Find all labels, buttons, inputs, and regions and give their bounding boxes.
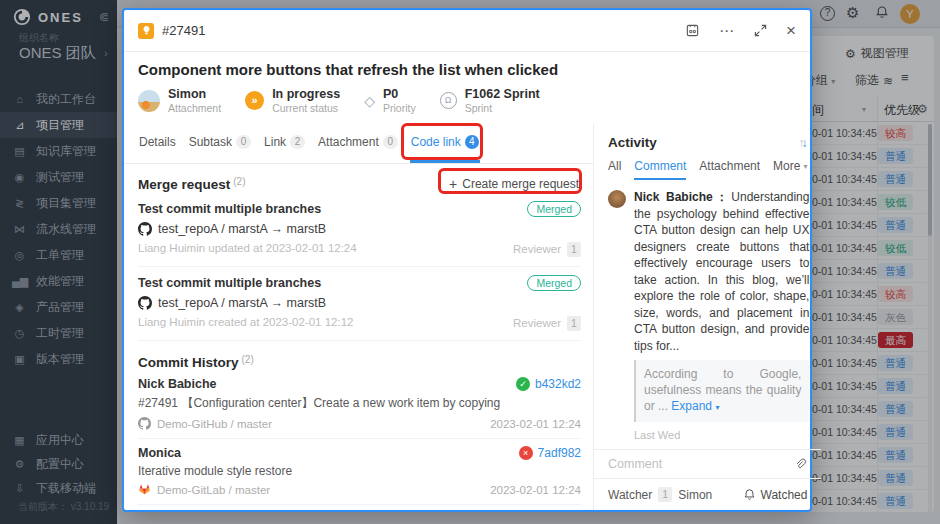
- avatar: [608, 190, 626, 208]
- watcher-name: Simon: [678, 488, 712, 502]
- sprint-field[interactable]: Ω F1062 SprintSprint: [440, 87, 540, 114]
- priority-label: Priority: [383, 102, 416, 114]
- comment-author: Nick Babiche：: [634, 190, 731, 204]
- priority-field[interactable]: ◇ P0Priority: [364, 87, 415, 114]
- tab-label: Details: [139, 135, 176, 149]
- code-link-pane: Details Subtask 0 Link 2 Attachmen: [124, 124, 594, 510]
- comment-input[interactable]: Comment: [594, 449, 821, 478]
- assignee-value: Simon: [168, 87, 221, 101]
- tab-label: Code link: [411, 135, 461, 149]
- activity-tab[interactable]: Comment: [634, 159, 686, 180]
- sprint-label: Sprint: [465, 102, 540, 114]
- status-field[interactable]: » In progressCurrent status: [245, 87, 340, 114]
- tab-count-badge: 0: [236, 135, 251, 149]
- expand-icon[interactable]: [754, 24, 767, 37]
- merge-request-count: (2): [233, 176, 245, 187]
- watcher-label: Watcher: [608, 488, 652, 502]
- tab-count-badge: 2: [290, 135, 305, 149]
- commit-message: Iterative module style restore: [138, 464, 581, 478]
- attachment-paperclip-icon[interactable]: [794, 458, 807, 471]
- commit-hash-link[interactable]: ×7adf982: [519, 446, 581, 460]
- commit-history-count: (2): [242, 354, 254, 365]
- watcher-count-badge: 1: [658, 487, 672, 502]
- status-value: In progress: [272, 87, 340, 101]
- activity-list: Nick Babiche：Understanding the psycholog…: [594, 180, 821, 449]
- work-item-tabs: Details Subtask 0 Link 2 Attachmen: [124, 124, 593, 164]
- commit-time: 2023-02-01 12:24: [490, 418, 581, 430]
- commit-history-section-title: Commit History(2): [138, 355, 254, 370]
- plus-icon: +: [449, 178, 457, 190]
- assignee-avatar: [138, 90, 160, 112]
- activity-comment: Nick Babiche：Understanding the psycholog…: [608, 189, 809, 444]
- watcher-bar: Watcher 1 Simon Watched: [594, 478, 821, 510]
- github-icon: [138, 296, 152, 310]
- merge-request-list: Test commit multiple branches Merged tes…: [138, 193, 581, 341]
- more-actions-icon[interactable]: ⋯: [719, 22, 735, 40]
- chevron-down-icon: ▾: [715, 403, 719, 412]
- merged-status-badge: Merged: [527, 275, 581, 291]
- commit-status-icon: ×: [519, 446, 533, 460]
- commit-message: #27491 【Configuration center】Create a ne…: [138, 395, 581, 412]
- comment-time: Last Wed: [634, 427, 809, 444]
- tab[interactable]: Attachment 0: [317, 124, 399, 163]
- tab[interactable]: Code link 4: [410, 124, 480, 163]
- sort-icon[interactable]: ↑↓: [798, 136, 807, 150]
- work-item-type-icon: [138, 23, 154, 39]
- merge-request-item[interactable]: Test commit multiple branches Merged tes…: [138, 267, 581, 341]
- activity-tabs: All Comment Attachment More▾: [594, 150, 821, 180]
- commit-time: 2023-02-01 12:24: [490, 484, 581, 496]
- commit-item[interactable]: Nick Babiche ✓b432kd2 #27491 【Configurat…: [138, 370, 581, 439]
- modal-header-actions: ⋯ ×: [685, 22, 796, 40]
- tab-label: Attachment: [318, 135, 379, 149]
- commit-list: Nick Babiche ✓b432kd2 #27491 【Configurat…: [138, 370, 581, 505]
- merge-request-title: Test commit multiple branches: [138, 276, 321, 290]
- status-label: Current status: [272, 102, 340, 114]
- merge-request-section-title: Merge request(2): [138, 177, 246, 192]
- activity-panel: Activity ↑↓ All Comment Attachment More▾: [594, 124, 821, 510]
- reviewer-info: Reviewer1: [513, 242, 581, 257]
- expand-link[interactable]: Expand: [671, 399, 712, 413]
- tab[interactable]: Link 2: [263, 124, 306, 163]
- modal-header: #27491 ⋯ ×: [124, 10, 810, 52]
- activity-tab[interactable]: All: [608, 159, 621, 180]
- merge-request-item[interactable]: Test commit multiple branches Merged tes…: [138, 193, 581, 267]
- create-merge-request-button[interactable]: +Create merge request: [447, 175, 581, 193]
- watched-toggle[interactable]: Watched: [743, 488, 808, 502]
- priority-value: P0: [383, 87, 416, 101]
- activity-tab[interactable]: More▾: [773, 159, 807, 180]
- tab[interactable]: Subtask 0: [188, 124, 252, 163]
- reviewer-info: Reviewer1: [513, 316, 581, 331]
- activity-tab[interactable]: Attachment: [699, 159, 760, 180]
- commit-item[interactable]: Monica ×7adf982 Iterative module style r…: [138, 439, 581, 505]
- chevron-down-icon: ▾: [803, 162, 807, 171]
- work-item-title[interactable]: Component more buttons that refresh the …: [124, 52, 810, 78]
- repo-provider-icon: [138, 483, 151, 496]
- close-icon[interactable]: ×: [786, 24, 796, 38]
- comment-placeholder: Comment: [608, 457, 662, 471]
- work-item-modal: #27491 ⋯ × Component more buttons that r…: [122, 8, 812, 512]
- sprint-value: F1062 Sprint: [465, 87, 540, 101]
- comment-text: Understanding the psychology behind effe…: [634, 190, 809, 353]
- repo-provider-icon: [138, 417, 151, 430]
- merged-status-badge: Merged: [527, 201, 581, 217]
- github-icon: [138, 222, 152, 236]
- assignee-field[interactable]: SimonAttachment: [138, 87, 221, 114]
- assignee-label: Attachment: [168, 102, 221, 114]
- work-item-fields: SimonAttachment » In progressCurrent sta…: [124, 78, 810, 124]
- tab-count-badge: 4: [465, 135, 479, 149]
- bell-icon: [743, 488, 756, 501]
- tab[interactable]: Details: [138, 124, 177, 163]
- reviewer-count-badge: 1: [567, 242, 581, 257]
- commit-repo-branch: Demo-GitLab / master: [157, 484, 270, 496]
- commit-hash-link[interactable]: ✓b432kd2: [516, 377, 581, 391]
- merge-request-branches: test_repoA / marstA → marstB: [158, 296, 326, 310]
- tab-label: Link: [264, 135, 286, 149]
- reviewer-count-badge: 1: [567, 316, 581, 331]
- commit-status-icon: ✓: [516, 377, 530, 391]
- merge-request-branches: test_repoA / marstA → marstB: [158, 222, 326, 236]
- merge-request-title: Test commit multiple branches: [138, 202, 321, 216]
- activity-title: Activity: [608, 135, 657, 150]
- save-view-icon[interactable]: [685, 23, 700, 38]
- commit-author: Nick Babiche: [138, 377, 217, 391]
- priority-icon: ◇: [364, 93, 375, 109]
